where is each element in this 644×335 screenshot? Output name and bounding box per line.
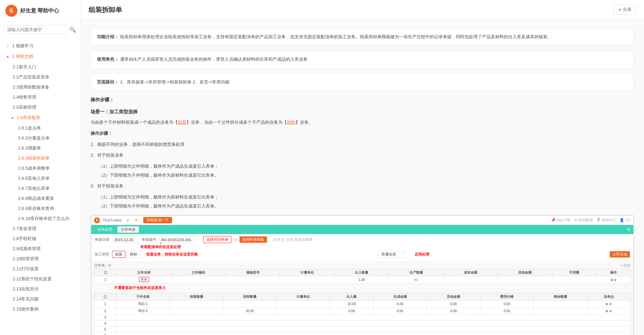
- cell-assemble-qty2: [170, 308, 223, 315]
- cell-assemble-qty1: [170, 300, 223, 308]
- cell-alloc2: 0.00: [480, 308, 534, 315]
- sidebar-item-partial-stocktake[interactable]: 2.6.2分量盘点单: [0, 133, 80, 143]
- step2-sub2: （2）下部明细为子件明细，最终作为原材料生成某它出库单。: [99, 171, 634, 180]
- annotation1-bubble: 选择对应料单: [203, 236, 231, 243]
- sidebar-item-newbie[interactable]: 2.1新手入门: [0, 62, 80, 72]
- cell-empty3: [116, 315, 631, 321]
- app-refresh-icon: ⟳: [135, 218, 138, 222]
- col-spec: 规格型号: [226, 269, 280, 276]
- annotation2-text: 组装业务、拆卸业务在这里切换: [146, 252, 198, 257]
- cell-check-c1[interactable]: 1: [94, 300, 116, 308]
- sidebar-item-operations[interactable]: 2.10经营管理: [0, 254, 80, 264]
- sidebar-item-inventory[interactable]: ● 2.6库存核算: [0, 112, 80, 123]
- col-available: 可用量: [552, 269, 597, 276]
- sidebar-item-cases[interactable]: 2.15操作案例: [0, 304, 80, 314]
- sidebar-item-finance[interactable]: 2.7资金管理: [0, 224, 80, 234]
- cell-gen-amt1: 0.00: [373, 300, 427, 308]
- sidebar-item-transfer[interactable]: 2.6.3调拨单: [0, 143, 80, 153]
- add-icon[interactable]: + 添加: [620, 263, 631, 268]
- form-row-1: 单据日期 2019-12-26 单据编号 AD-20191226-001 选择对…: [95, 236, 630, 243]
- col-parent-name: 父件名称: [117, 269, 171, 276]
- content-area: 功能介绍： 组装拆卸单用来处理企业组装或拆卸等加工业务，支持有固定装配清单的产品…: [80, 20, 644, 335]
- sidebar-item-other-out[interactable]: 2.6.7其他出库单: [0, 183, 80, 193]
- top-bar: 组装拆卸单 ↗ 分享: [80, 0, 644, 20]
- close-icon[interactable]: ✕: [627, 227, 631, 232]
- sidebar-item-stocktake[interactable]: 2.6.1盘点单: [0, 123, 80, 133]
- link-assemble[interactable]: 组装: [178, 120, 186, 125]
- cell-prod-qty: +/-: [389, 276, 443, 283]
- sidebar-item-purchase[interactable]: 2.5采购管理: [0, 102, 80, 112]
- type-assemble[interactable]: 组装: [112, 251, 125, 258]
- share-button[interactable]: ↗ 分享: [613, 5, 636, 15]
- sidebar-item-helpdoc[interactable]: ● 2.帮助文档: [0, 51, 80, 62]
- sidebar-item-install[interactable]: 2.2产品安装及登录: [0, 72, 80, 82]
- app-icons: 📌 App下载 ⚙ 初始数据 ❓ 帮助中心 👤 CC: [551, 218, 631, 223]
- link-disassemble[interactable]: 拆卸: [287, 120, 296, 125]
- cell-parent-code: [171, 276, 225, 283]
- sidebar-item-print[interactable]: 2.11打印设置: [0, 264, 80, 274]
- cell-empty5: [116, 327, 631, 333]
- table-row: 5: [94, 327, 631, 333]
- cell-check-c6[interactable]: 6: [94, 333, 116, 335]
- search-area: 🔍: [0, 22, 80, 38]
- cell-check-c5[interactable]: 5: [94, 327, 116, 333]
- sidebar-item-cost-adjust[interactable]: 2.6.5成本调整单: [0, 163, 80, 173]
- app-tab-all[interactable]: 全部单据: [117, 226, 139, 233]
- cell-gen-amt2: 0.00: [373, 308, 427, 315]
- cell-empty4: [116, 321, 631, 327]
- confirm-btn[interactable]: 立即完成: [610, 251, 630, 258]
- col-cost: 成本金额: [443, 269, 498, 276]
- sidebar-item-coupon[interactable]: 2.9优惠券管理: [0, 244, 80, 254]
- type-disassemble[interactable]: 拆卸: [127, 251, 140, 258]
- sidebar-item-data-prep[interactable]: 2.3使用前数据准备: [0, 82, 80, 92]
- cell-child-name2: 商品 2: [116, 308, 170, 315]
- path-block: 页面路径： 1、库存核算->库存管理->组装拆卸单 2、首页->常用功能: [91, 73, 634, 91]
- sidebar-item-faq[interactable]: 2.14常见问题: [0, 294, 80, 304]
- sidebar-item-assemble[interactable]: 2.6.4组装拆卸单: [0, 153, 80, 163]
- col-in-out: 出入量: [330, 293, 373, 300]
- cell-check-c3[interactable]: 3: [94, 315, 116, 321]
- sidebar-item-label: 2.6库存核算: [17, 115, 40, 121]
- date-field[interactable]: 2019-12-26: [112, 237, 139, 243]
- type-label: 加工类型: [95, 252, 109, 257]
- table-row: ☐ 米米 1.00 +/- ⊕ ⊘: [94, 276, 631, 283]
- search-input[interactable]: [4, 25, 67, 34]
- sidebar-item-personalize[interactable]: 2.12系统个性化设置: [0, 274, 80, 284]
- app-logo: 6: [94, 217, 100, 223]
- annotation4-area: 不需要添加子仓组件在这里录入: [91, 285, 633, 292]
- sidebar-item-videos[interactable]: ＋ 1.视频学习: [0, 41, 80, 51]
- cell-check-c2[interactable]: 2: [94, 308, 116, 315]
- table-row: 1 商品 1 10.00 0.00 0.00 0.00 ⊕ ⊘: [94, 300, 631, 308]
- cell-spec: [226, 276, 280, 283]
- sidebar-item-cost-recalc[interactable]: 2.6.8商品成本重算: [0, 193, 80, 204]
- sidebar-item-other-in[interactable]: 2.6.6其他入库单: [0, 173, 80, 183]
- screenshot-container: 6 TEST-H002 ▼ ⟳ 同期新增一下 📌 App下载 ⚙ 初始数据 ❓ …: [91, 215, 634, 335]
- app-tab-new[interactable]: 未待处理: [94, 226, 115, 233]
- role-text: 通常由生产人员或库管人员完成拆装业务的操作，库管人员确认原材料的出库和产成品的入…: [120, 57, 308, 62]
- cell-check[interactable]: ☐: [94, 276, 117, 283]
- app-form-fields: 单据日期 2019-12-26 单据编号 AD-20191226-001 选择对…: [91, 234, 633, 262]
- warehouse-field[interactable]: 所属仓库: [378, 251, 405, 258]
- cell-child-name1: 商品 1: [116, 300, 170, 308]
- sidebar-item-inventory-fix[interactable]: 2.6.10库存账本错了怎么办: [0, 214, 80, 224]
- sidebar-sub-section: 2.1新手入门 2.2产品安装及登录 2.3使用前数据准备 2.4销售管理 2.…: [0, 62, 80, 314]
- cell-check-c4[interactable]: 4: [94, 321, 116, 327]
- cell-parent-name: 米米: [117, 276, 171, 283]
- parent-table-area: 父件表：0 + 添加 ☐ 父件名称 父件编码 规格型号 计量单位 出入数量: [91, 262, 633, 285]
- annotation4-text: 不需要添加子仓组件在这里录入: [114, 286, 166, 290]
- col-unit-c: 计量单位: [277, 293, 330, 300]
- step3-sub1: （1）上部明细为父件明细，最终作为原材料生成某它出库单；: [99, 193, 634, 202]
- table-row: 2 商品 2 30.00 0.00 0.00 0.00 0.00 ⊕ ⊘: [94, 308, 631, 315]
- sidebar-item-sales[interactable]: 2.4销售管理: [0, 92, 80, 102]
- ops-title: 操作步骤：: [91, 97, 634, 103]
- app-new-order-btn[interactable]: 同期新增一下: [143, 217, 172, 223]
- sidebar-item-mobile[interactable]: 2.8手机旺铺: [0, 234, 80, 244]
- sidebar-item-payment[interactable]: 2.13在线支付: [0, 284, 80, 294]
- col-gen-amt: 生成金额: [373, 293, 427, 300]
- col-prod-qty: 生产数量: [389, 269, 443, 276]
- sidebar-item-inventory-query[interactable]: 2.6.9库存账本查询: [0, 204, 80, 214]
- no-field[interactable]: AD-20191226-001: [159, 237, 194, 243]
- cell-disassemble-qty1: [223, 300, 276, 308]
- search-button[interactable]: 🔍: [69, 26, 76, 33]
- select-template-btn[interactable]: 选择料单模板: [239, 236, 267, 243]
